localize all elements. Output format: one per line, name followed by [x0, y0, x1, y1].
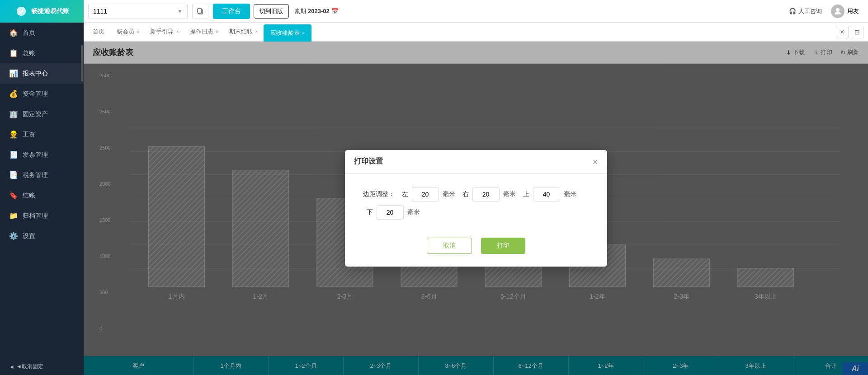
tab-home[interactable]: 首页 — [86, 23, 111, 41]
invoice-icon: 🧾 — [9, 150, 18, 159]
account-period-label: 账期 — [294, 7, 306, 15]
modal-header: 打印设置 × — [345, 150, 607, 173]
salary-icon: 👷 — [9, 130, 18, 139]
archive-icon: 📁 — [9, 211, 18, 220]
collapse-arrow-icon: ◄ — [9, 364, 14, 370]
consult-label: 人工咨询 — [798, 7, 822, 15]
consult-button[interactable]: 🎧 人工咨询 — [789, 7, 822, 15]
sidebar-item-home[interactable]: 🏠 首页 — [0, 23, 84, 43]
company-name: 1111 — [93, 8, 177, 15]
ledger-icon: 📋 — [9, 49, 18, 57]
headphone-icon: 🎧 — [789, 8, 796, 14]
sidebar-item-reports[interactable]: 📊 报表中心 — [0, 63, 84, 84]
right-margin-input[interactable] — [472, 187, 500, 202]
tab-label-members: 畅会员 — [117, 28, 134, 36]
tax-icon: 📑 — [9, 171, 18, 179]
sidebar-collapse-btn[interactable]: ◄ ◄取消固定 — [0, 358, 84, 375]
sidebar-label-reports: 报表中心 — [23, 70, 48, 78]
left-margin-unit: 毫米 — [443, 190, 455, 198]
tab-label-period-close: 期末结转 — [229, 28, 253, 36]
sidebar-label-archive: 归档管理 — [23, 212, 48, 220]
sidebar-item-archive[interactable]: 📁 归档管理 — [0, 206, 84, 226]
sidebar-item-finance[interactable]: 💰 资金管理 — [0, 84, 84, 104]
tab-oplog[interactable]: 操作日志 × — [184, 23, 224, 41]
user-icon — [834, 7, 842, 15]
tab-close-ar-aging[interactable]: × — [302, 30, 305, 36]
workbench-button[interactable]: 工作台 — [213, 4, 250, 19]
tabs-bar: 首页 畅会员 × 新手引导 × 操作日志 × 期末结转 × — [84, 23, 868, 42]
copy-button[interactable] — [192, 4, 208, 19]
sidebar-label-home: 首页 — [23, 29, 35, 37]
top-margin-input[interactable] — [533, 187, 560, 202]
left-margin-input[interactable] — [412, 187, 439, 202]
modal-body: 边距调整： 左 毫米 右 毫米 上 毫米 下 毫 — [345, 173, 607, 233]
bottom-margin-unit: 毫米 — [407, 208, 420, 216]
sidebar-label-invoice: 发票管理 — [23, 151, 48, 159]
sidebar-item-settings[interactable]: ⚙️ 设置 — [0, 226, 84, 246]
tab-guide[interactable]: 新手引导 × — [145, 23, 184, 41]
tab-label-home: 首页 — [93, 28, 104, 36]
assets-icon: 🏢 — [9, 110, 18, 118]
switch-old-button[interactable]: 切到旧版 — [254, 4, 289, 19]
modal-dialog: 打印设置 × 边距调整： 左 毫米 右 毫米 上 — [345, 150, 607, 267]
svg-rect-1 — [198, 9, 202, 13]
avatar — [831, 5, 844, 18]
home-icon: 🏠 — [9, 28, 18, 37]
sidebar-item-ledger[interactable]: 📋 总账 — [0, 43, 84, 63]
sidebar-label-settings: 设置 — [23, 232, 35, 240]
modal-overlay: 打印设置 × 边距调整： 左 毫米 右 毫米 上 — [84, 42, 868, 375]
content-area: 首页 畅会员 × 新手引导 × 操作日志 × 期末结转 × — [84, 23, 868, 375]
sidebar-label-tax: 税务管理 — [23, 171, 48, 179]
tab-close-period-close[interactable]: × — [255, 29, 258, 34]
copy-icon — [197, 8, 204, 15]
tab-label-guide: 新手引导 — [150, 28, 174, 36]
top-margin-unit: 毫米 — [564, 190, 576, 198]
tab-ar-aging[interactable]: 应收账龄表 × — [264, 24, 311, 42]
tab-close-all-button[interactable]: × — [836, 26, 849, 38]
tab-label-oplog: 操作日志 — [190, 28, 213, 36]
svg-point-2 — [836, 8, 840, 12]
reports-icon: 📊 — [9, 69, 18, 78]
calendar-icon[interactable]: 📅 — [331, 8, 339, 14]
tab-close-guide[interactable]: × — [176, 29, 179, 34]
company-selector[interactable]: 1111 ▼ — [88, 4, 188, 19]
sidebar-item-assets[interactable]: 🏢 固定资产 — [0, 104, 84, 124]
sidebar-item-checkout[interactable]: 🔖 结账 — [0, 185, 84, 206]
modal-close-button[interactable]: × — [593, 157, 598, 166]
tab-period-close[interactable]: 期末结转 × — [224, 23, 263, 41]
modal-print-button[interactable]: 打印 — [481, 238, 525, 254]
sidebar-label-assets: 固定资产 — [23, 110, 48, 118]
dropdown-arrow-icon: ▼ — [177, 8, 183, 14]
logo-area: 畅捷通易代账 — [0, 0, 84, 23]
finance-icon: 💰 — [9, 89, 18, 98]
sidebar-label-checkout: 结账 — [23, 192, 35, 200]
tab-close-members[interactable]: × — [137, 29, 139, 34]
sidebar-item-invoice[interactable]: 🧾 发票管理 — [0, 145, 84, 165]
checkout-icon: 🔖 — [9, 191, 18, 200]
sidebar-item-salary[interactable]: 👷 工资 — [0, 124, 84, 145]
modal-footer: 取消 打印 — [345, 233, 607, 267]
bottom-margin-label: 下 — [367, 208, 373, 216]
sidebar-label-finance: 资金管理 — [23, 90, 48, 98]
user-label: 用友 — [847, 7, 859, 15]
sidebar: 🏠 首页 📋 总账 📊 报表中心 💰 资金管理 🏢 固定资产 — [0, 23, 84, 375]
tab-maximize-button[interactable]: ⊡ — [851, 26, 863, 38]
top-margin-label: 上 — [523, 190, 529, 198]
margin-adjust-label: 边距调整： — [363, 190, 395, 198]
tab-label-ar-aging: 应收账龄表 — [270, 29, 300, 37]
right-margin-unit: 毫米 — [503, 190, 516, 198]
modal-cancel-button[interactable]: 取消 — [427, 238, 472, 254]
sidebar-scrollbar[interactable] — [81, 45, 83, 81]
user-area[interactable]: 用友 — [831, 5, 859, 18]
account-period-value: 2023-02 — [308, 8, 330, 14]
bottom-margin-input[interactable] — [377, 205, 404, 220]
collapse-label: ◄取消固定 — [16, 363, 43, 370]
right-margin-label: 右 — [462, 190, 469, 198]
tab-members[interactable]: 畅会员 × — [111, 23, 145, 41]
settings-icon: ⚙️ — [9, 232, 18, 240]
left-margin-label: 左 — [402, 190, 408, 198]
tab-close-oplog[interactable]: × — [216, 29, 218, 34]
sidebar-item-tax[interactable]: 📑 税务管理 — [0, 165, 84, 185]
logo-icon — [15, 5, 28, 18]
app-title: 畅捷通易代账 — [31, 7, 69, 15]
